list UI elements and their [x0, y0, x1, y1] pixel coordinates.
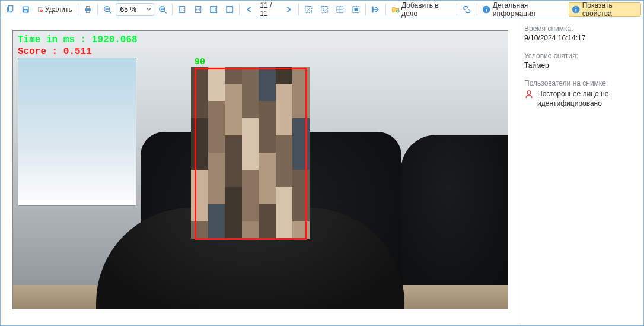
link-button[interactable]: [460, 2, 474, 17]
capture-condition-value: Таймер: [524, 61, 639, 69]
svg-rect-3: [24, 7, 28, 9]
overlay-score-text: Score : 0.511: [18, 46, 92, 57]
actual-size-icon: [209, 5, 218, 14]
zoom-in-button[interactable]: [155, 2, 170, 17]
face-detection-box: [195, 68, 307, 240]
users-label: Пользователи на снимке:: [524, 79, 639, 87]
svg-point-19: [323, 8, 326, 11]
person-alert-icon: [524, 90, 534, 99]
page-display: 11 / 11: [257, 1, 280, 18]
region-2-button[interactable]: [317, 2, 331, 17]
region-icon: [304, 5, 313, 14]
fit-width-icon: [194, 5, 202, 14]
arrow-right-icon: [285, 5, 293, 14]
user-status-line2: идентифицировано: [537, 99, 608, 109]
svg-rect-1: [9, 5, 13, 11]
svg-rect-14: [211, 6, 217, 12]
link-icon: [463, 5, 471, 14]
print-button[interactable]: [81, 2, 95, 17]
fullscreen-button[interactable]: [222, 2, 237, 17]
toolbar: Удалить 65 % 11 / 11: [1, 1, 643, 18]
snapshot-time-value: 9/10/2024 16:14:17: [524, 34, 639, 42]
image-viewer[interactable]: 90 Time in ms : 1920.068 Score : 0.511: [1, 18, 519, 325]
overlay-time-text: Time in ms : 1920.068: [18, 34, 138, 45]
detail-info-button[interactable]: Детальная информация: [479, 2, 568, 17]
info-icon: [572, 5, 580, 14]
toolbar-separator: [78, 4, 78, 15]
arrow-left-icon: [245, 5, 253, 14]
save-button[interactable]: [18, 2, 33, 17]
toolbar-separator: [365, 4, 366, 15]
svg-rect-18: [321, 6, 328, 12]
region-1-button[interactable]: [301, 2, 315, 17]
fit-page-icon: [178, 5, 186, 14]
svg-rect-8: [86, 6, 89, 8]
user-status-text: Постороннее лицо не идентифицировано: [537, 90, 608, 108]
prev-page-button[interactable]: [242, 2, 256, 17]
snapshot-time-section: Время снимка: 9/10/2024 16:14:17: [524, 24, 639, 42]
svg-rect-23: [372, 6, 374, 12]
scene-backpack: [401, 135, 508, 309]
zoom-out-icon: [103, 5, 111, 14]
chevron-down-icon: [146, 7, 151, 12]
page-total: 11: [260, 10, 267, 18]
toolbar-separator: [477, 4, 477, 15]
capture-condition-label: Условие снятия:: [524, 52, 639, 60]
toolbar-separator: [298, 4, 299, 15]
next-page-button[interactable]: [282, 2, 296, 17]
scene-window: [18, 58, 136, 206]
users-on-snapshot-section: Пользователи на снимке: Постороннее лицо…: [524, 79, 639, 108]
zoom-out-button[interactable]: [100, 2, 114, 17]
content: 90 Time in ms : 1920.068 Score : 0.511 В…: [1, 18, 643, 325]
show-properties-button[interactable]: Показать свойства: [569, 2, 641, 17]
folder-add-icon: [391, 5, 400, 14]
export-icon: [371, 5, 380, 14]
add-to-case-label: Добавить в дело: [401, 1, 451, 18]
toolbar-separator: [239, 4, 240, 15]
svg-point-27: [527, 91, 531, 94]
capture-condition-section: Условие снятия: Таймер: [524, 52, 639, 69]
properties-panel: Время снимка: 9/10/2024 16:14:17 Условие…: [519, 18, 643, 325]
zoom-value: 65 %: [120, 5, 136, 14]
toolbar-separator: [457, 4, 457, 15]
add-to-case-button[interactable]: Добавить в дело: [388, 2, 455, 17]
user-entry: Постороннее лицо не идентифицировано: [524, 90, 639, 108]
delete-button[interactable]: Удалить: [34, 2, 75, 17]
toolbar-separator: [97, 4, 98, 15]
fit-page-button[interactable]: [175, 2, 189, 17]
actual-size-button[interactable]: [206, 2, 221, 17]
fullscreen-icon: [225, 5, 234, 14]
toolbar-separator: [172, 4, 173, 15]
delete-icon: [37, 5, 43, 14]
show-properties-label: Показать свойства: [582, 1, 638, 18]
region-icon: [336, 5, 344, 14]
zoom-in-icon: [158, 5, 167, 14]
svg-rect-22: [354, 8, 357, 11]
page-current: 11: [260, 1, 267, 10]
toolbar-separator: [385, 4, 386, 15]
user-status-line1: Постороннее лицо не: [537, 90, 608, 99]
svg-rect-16: [227, 6, 233, 12]
region-3-button[interactable]: [333, 2, 347, 17]
copy-button[interactable]: [3, 2, 17, 17]
zoom-select[interactable]: 65 %: [116, 3, 154, 16]
svg-rect-12: [180, 6, 185, 12]
region-4-button[interactable]: [349, 2, 363, 17]
export-button[interactable]: [368, 2, 382, 17]
snapshot-time-label: Время снимка:: [524, 24, 639, 33]
delete-label: Удалить: [45, 5, 72, 14]
snapshot-frame: 90 Time in ms : 1920.068 Score : 0.511: [12, 30, 508, 309]
print-icon: [84, 5, 92, 14]
info-icon: [482, 5, 490, 14]
fit-width-button[interactable]: [191, 2, 205, 17]
copy-icon: [6, 5, 14, 14]
region-icon: [320, 5, 329, 14]
detail-info-label: Детальная информация: [493, 1, 565, 18]
save-icon: [21, 5, 30, 14]
svg-rect-9: [86, 10, 89, 12]
face-confidence-label: 90: [195, 57, 205, 67]
page-nav: 11 / 11: [242, 1, 296, 18]
svg-rect-4: [24, 10, 27, 12]
svg-rect-15: [212, 8, 215, 11]
region-icon: [352, 5, 360, 14]
